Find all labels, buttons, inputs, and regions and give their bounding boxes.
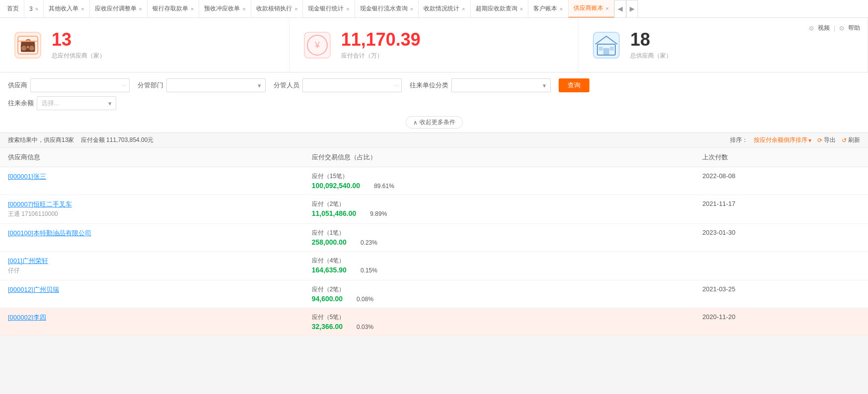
trade-cell: 应付（2笔） 94,600.00 0.08% xyxy=(304,280,695,308)
balance-field: 往来余额 选择... ▾ xyxy=(8,96,116,110)
sort-value: 按应付余额倒序排序 xyxy=(754,136,807,144)
export-button[interactable]: ⟳ 导出 xyxy=(817,136,836,144)
svg-text:¥: ¥ xyxy=(314,40,320,50)
last-pay-date: 2020-11-20 xyxy=(694,308,868,336)
supplier-input[interactable] xyxy=(30,78,130,92)
refresh-label: 刷新 xyxy=(848,136,860,144)
nav-tab-supplier-ledger-close[interactable]: × xyxy=(606,5,609,11)
nav-tab-prepay-offset[interactable]: 预收冲应收单 × xyxy=(199,0,251,18)
nav-tab-bank-deposit-label: 银行存取款单 xyxy=(152,4,188,13)
result-actions: 排序： 按应付余额倒序排序 ▾ ⟳ 导出 ↺ 刷新 xyxy=(730,136,860,144)
nav-tab-bank-deposit-close[interactable]: × xyxy=(191,6,194,12)
query-button[interactable]: 查询 xyxy=(559,78,589,92)
svg-point-5 xyxy=(29,46,34,51)
nav-tab-customer-ledger[interactable]: 客户账本 × xyxy=(528,0,568,18)
suppliers-table: 供应商信息 应付交易信息（占比） 上次付数 [000001]张三 应付（15笔）… xyxy=(0,148,868,336)
search-row-2: 往来余额 选择... ▾ xyxy=(8,96,860,110)
nav-tab-supplier-ledger[interactable]: 供应商账本 × xyxy=(569,0,614,18)
nav-tab-3[interactable]: 3 × xyxy=(24,0,44,18)
stat-icon-suppliers: 💼 xyxy=(12,29,44,61)
result-prefix: 搜索结果中，供应商13家 xyxy=(8,136,74,143)
trade-amount: 94,600.00 xyxy=(312,295,343,303)
help-link[interactable]: 帮助 xyxy=(848,24,860,32)
last-pay-date: 2022-08-08 xyxy=(694,167,868,195)
nav-tab-bank-deposit[interactable]: 银行存取款单 × xyxy=(147,0,199,18)
nav-tab-other-income-label: 其他收入单 xyxy=(49,4,78,13)
stat-icon-payable: ¥ xyxy=(301,29,333,61)
person-input[interactable] xyxy=(302,78,402,92)
stat-total-payable-label: 应付合计（万） xyxy=(341,52,421,60)
sort-arrow-icon: ▾ xyxy=(808,137,811,144)
nav-tab-cash-bank-stat-label: 现金银行统计 xyxy=(308,4,344,13)
category-dropdown[interactable]: ▾ xyxy=(451,78,551,92)
nav-tab-overdue-ar-close[interactable]: × xyxy=(520,6,523,12)
main-content: 供应商信息 应付交易信息（占比） 上次付数 [000001]张三 应付（15笔）… xyxy=(0,148,868,336)
sort-dropdown[interactable]: 按应付余额倒序排序 ▾ xyxy=(754,136,811,144)
supplier-link[interactable]: [001]广州荣轩 xyxy=(8,257,48,264)
nav-tab-ar-ap-adjust[interactable]: 应收应付调整单 × xyxy=(90,0,147,18)
nav-next-arrow[interactable]: ▶ xyxy=(626,0,638,18)
nav-tab-cash-flow[interactable]: 现金银行流水查询 × xyxy=(355,0,419,18)
nav-tab-other-income-close[interactable]: × xyxy=(81,6,84,12)
collapse-button[interactable]: ∧ 收起更多条件 xyxy=(406,116,463,129)
circle-icon2: ⊙ xyxy=(839,25,844,32)
nav-tab-other-income[interactable]: 其他收入单 × xyxy=(44,0,89,18)
dept-arrow-icon: ▾ xyxy=(258,82,261,89)
trade-amount: 100,092,540.00 xyxy=(312,182,360,190)
supplier-link[interactable]: [000012]广州贝瑞 xyxy=(8,286,59,293)
dept-dropdown[interactable]: ▾ xyxy=(166,78,266,92)
table-row: [001]广州荣轩仔仔 应付（4笔） 164,635.90 0.15% xyxy=(0,252,868,280)
trade-pct: 0.03% xyxy=(349,324,373,330)
nav-tab-cash-bank-stat-close[interactable]: × xyxy=(346,6,349,12)
nav-tab-cash-flow-close[interactable]: × xyxy=(410,6,413,12)
trade-label: 应付（15笔） xyxy=(312,173,348,180)
last-pay-date: 2021-03-25 xyxy=(694,280,868,308)
date-value: 2020-11-20 xyxy=(702,313,735,321)
supplier-label: 供应商 xyxy=(8,81,27,90)
svg-text:💼: 💼 xyxy=(20,37,36,53)
nav-tab-receipt-verify[interactable]: 收款核销执行 × xyxy=(251,0,303,18)
stats-bar: 💼 13 总应付供应商（家） ¥ 11,170.39 应付合计（万） xyxy=(0,18,868,72)
balance-dropdown[interactable]: 选择... ▾ xyxy=(37,96,116,110)
col-header-supplier: 供应商信息 xyxy=(0,148,304,167)
nav-tab-cash-bank-stat[interactable]: 现金银行统计 × xyxy=(303,0,355,18)
nav-tab-overdue-ar[interactable]: 超期应收款查询 × xyxy=(471,0,528,18)
nav-tab-receipt-verify-close[interactable]: × xyxy=(294,6,297,12)
nav-tab-receipt-stat-label: 收款情况统计 xyxy=(424,4,459,13)
trade-label: 应付（5笔） xyxy=(312,314,345,321)
circle-icon: ⊙ xyxy=(809,25,814,32)
person-label: 分管人员 xyxy=(274,81,299,90)
nav-tab-ar-ap-adjust-close[interactable]: × xyxy=(139,6,142,12)
stat-total-payable-number: 11,170.39 xyxy=(341,30,421,50)
nav-tab-prepay-offset-close[interactable]: × xyxy=(242,6,245,12)
separator: | xyxy=(834,25,835,32)
dept-field: 分管部门 ▾ xyxy=(138,78,266,92)
collapse-chevron-icon: ∧ xyxy=(413,119,418,126)
trade-amount: 164,635.90 xyxy=(312,266,347,274)
refresh-icon: ↺ xyxy=(842,137,847,144)
result-summary: 搜索结果中，供应商13家 应付金额 111,703,854.00元 xyxy=(8,136,153,144)
balance-arrow-icon: ▾ xyxy=(108,100,112,107)
nav-tab-receipt-stat-close[interactable]: × xyxy=(462,6,465,12)
refresh-button[interactable]: ↺ 刷新 xyxy=(842,136,860,144)
nav-tab-overdue-ar-label: 超期应收款查询 xyxy=(476,4,517,13)
supplier-link[interactable]: [000001]张三 xyxy=(8,173,46,180)
trade-pct: 9.89% xyxy=(362,210,387,217)
nav-tab-3-close[interactable]: × xyxy=(35,6,38,12)
supplier-link[interactable]: [000100]本特勤油品有限公司 xyxy=(8,229,91,237)
stat-payable-suppliers-number: 13 xyxy=(52,30,105,50)
trade-label: 应付（2笔） xyxy=(312,286,345,293)
supplier-link[interactable]: [000002]李四 xyxy=(8,314,46,321)
last-pay-date xyxy=(694,252,868,280)
supplier-link[interactable]: [000007]恒旺二手叉车 xyxy=(8,200,72,208)
trade-cell: 应付（5笔） 32,366.00 0.03% xyxy=(304,308,695,336)
nav-tab-home[interactable]: 首页 xyxy=(2,0,24,18)
nav-tab-customer-ledger-close[interactable]: × xyxy=(560,6,563,12)
supplier-sub-info: 王通 17106110000 xyxy=(8,210,296,218)
video-link[interactable]: 视频 xyxy=(818,24,830,32)
balance-label: 往来余额 xyxy=(8,99,34,108)
nav-prev-arrow[interactable]: ◀ xyxy=(614,0,626,18)
trade-pct: 0.08% xyxy=(349,296,373,303)
trade-amount: 11,051,486.00 xyxy=(312,209,357,217)
nav-tab-receipt-stat[interactable]: 收款情况统计 × xyxy=(419,0,470,18)
